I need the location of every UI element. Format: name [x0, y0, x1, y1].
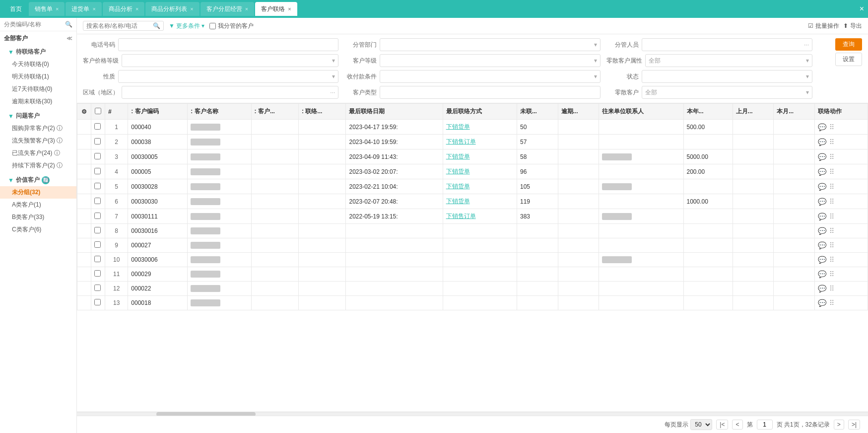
tab-home[interactable]: 首页 — [4, 2, 28, 16]
tab-purchase-close[interactable]: × — [92, 6, 95, 12]
th-code[interactable]: : 客户编码 — [128, 104, 188, 120]
phone-input[interactable] — [118, 38, 338, 51]
close-all-button[interactable]: × — [860, 4, 864, 13]
more-icon[interactable]: ⠿ — [829, 241, 834, 249]
contact-icon[interactable]: 💬 — [818, 168, 826, 176]
sidebar-item-declining[interactable]: 持续下滑客户(2) ⓘ — [0, 159, 76, 172]
th-gear[interactable]: ⚙ — [77, 104, 91, 120]
sidebar-item-churn-warn[interactable]: 流失预警客户(3) ⓘ — [0, 135, 76, 147]
gear-icon[interactable]: ⚙ — [81, 108, 87, 115]
tab-purchase[interactable]: 进货单 × — [66, 2, 101, 16]
tab-customer-segment[interactable]: 客户分层经营 × — [200, 2, 254, 16]
row-checkbox[interactable] — [94, 227, 101, 233]
more-icon[interactable]: ⠿ — [829, 213, 834, 220]
sidebar-item-tomorrow[interactable]: 明天待联络(1) — [0, 71, 76, 83]
row-last-method[interactable]: 下销货单 — [443, 179, 517, 194]
sidebar-item-a[interactable]: A类客户(1) — [0, 199, 76, 211]
th-last-date[interactable]: 最后联络日期 — [346, 104, 443, 120]
reset-button[interactable]: 设置 — [835, 53, 862, 66]
contact-icon[interactable]: 💬 — [818, 227, 826, 235]
contact-icon[interactable]: 💬 — [818, 299, 826, 307]
tab-analysis-list-close[interactable]: × — [190, 6, 193, 12]
row-checkbox[interactable] — [94, 138, 101, 144]
row-checkbox[interactable] — [94, 285, 101, 291]
tab-sales-close[interactable]: × — [56, 6, 59, 12]
sidebar-item-churned[interactable]: 已流失客户(24) ⓘ — [0, 147, 76, 159]
th-year[interactable]: 本年... — [683, 104, 733, 120]
more-icon[interactable]: ⠿ — [829, 183, 834, 191]
sidebar-item-7days[interactable]: 近7天待联络(0) — [0, 83, 76, 95]
tab-analysis[interactable]: 商品分析 × — [103, 2, 144, 16]
contact-icon[interactable]: 💬 — [818, 270, 826, 278]
payment-select[interactable]: ▾ — [380, 70, 600, 83]
row-last-method[interactable]: 下销货单 — [443, 149, 517, 164]
more-icon[interactable]: ⠿ — [829, 270, 834, 278]
filter-search-icon[interactable]: 🔍 — [153, 22, 160, 29]
contact-icon[interactable]: 💬 — [818, 123, 826, 131]
row-last-method[interactable]: 下销售订单 — [443, 209, 517, 224]
sidebar-item-ungroup[interactable]: 未分组(32) — [0, 186, 76, 199]
row-checkbox[interactable] — [94, 299, 101, 305]
th-check[interactable] — [91, 104, 105, 120]
method-link[interactable]: 下销货单 — [446, 153, 470, 160]
tab-customer-segment-close[interactable]: × — [245, 6, 248, 12]
th-partner[interactable]: 往来单位联系人 — [599, 104, 683, 120]
row-last-method[interactable]: 下销货单 — [443, 164, 517, 179]
filter-search-input[interactable] — [86, 22, 151, 29]
tab-sales[interactable]: 销售单 × — [29, 2, 65, 16]
more-icon[interactable]: ⠿ — [829, 138, 834, 146]
more-icon[interactable]: ⠿ — [829, 168, 834, 176]
select-all-checkbox[interactable] — [95, 108, 101, 114]
th-contact[interactable]: : 联络... — [299, 104, 346, 120]
last-page-btn[interactable]: >| — [848, 420, 860, 430]
price-level-select[interactable]: ▾ — [122, 54, 338, 67]
region-input[interactable]: ··· — [122, 86, 338, 99]
th-not-contact[interactable]: 未联... — [517, 104, 558, 120]
prev-page-btn[interactable]: < — [732, 420, 742, 430]
contact-icon[interactable]: 💬 — [818, 138, 826, 146]
th-last-month[interactable]: 上月... — [733, 104, 774, 120]
method-link[interactable]: 下销货单 — [446, 198, 470, 205]
th-last-method[interactable]: 最后联络方式 — [443, 104, 517, 120]
row-checkbox[interactable] — [94, 270, 101, 277]
contact-icon[interactable]: 💬 — [818, 285, 826, 292]
th-customer[interactable]: : 客户... — [251, 104, 298, 120]
th-name[interactable]: : 客户名称 — [188, 104, 251, 120]
scrollbar[interactable] — [77, 412, 868, 416]
row-checkbox[interactable] — [94, 168, 101, 174]
row-last-method[interactable]: 下销货单 — [443, 120, 517, 135]
batch-op-button[interactable]: ☑ 批量操作 — [808, 22, 839, 30]
tab-customer-contact-close[interactable]: × — [288, 6, 291, 12]
tab-analysis-list[interactable]: 商品分析列表 × — [145, 2, 199, 16]
nature-select[interactable]: ▾ — [118, 70, 338, 83]
more-icon[interactable]: ⠿ — [829, 285, 834, 292]
row-checkbox[interactable] — [94, 153, 101, 159]
more-icon[interactable]: ⠿ — [829, 299, 834, 307]
row-checkbox[interactable] — [94, 241, 101, 248]
contact-icon[interactable]: 💬 — [818, 213, 826, 220]
row-checkbox[interactable] — [94, 213, 101, 219]
sidebar-item-abnormal[interactable]: 囤购异常客户(2) ⓘ — [0, 122, 76, 135]
method-link[interactable]: 下销货单 — [446, 123, 470, 130]
row-checkbox[interactable] — [94, 123, 101, 130]
contact-icon[interactable]: 💬 — [818, 256, 826, 264]
method-link[interactable]: 下销售订单 — [446, 138, 476, 145]
first-page-btn[interactable]: |< — [716, 420, 728, 430]
more-icon[interactable]: ⠿ — [829, 153, 834, 161]
row-last-method[interactable]: 下销售订单 — [443, 135, 517, 149]
contact-icon[interactable]: 💬 — [818, 153, 826, 161]
person-input[interactable]: ··· — [642, 38, 812, 51]
next-page-btn[interactable]: > — [834, 420, 844, 430]
sidebar-item-b[interactable]: B类客户(33) — [0, 211, 76, 223]
row-checkbox[interactable] — [94, 198, 101, 204]
contact-icon[interactable]: 💬 — [818, 183, 826, 191]
method-link[interactable]: 下销货单 — [446, 183, 470, 190]
sidebar-search-input[interactable] — [4, 21, 63, 28]
sidebar-search-icon[interactable]: 🔍 — [65, 21, 72, 28]
more-icon[interactable]: ⠿ — [829, 123, 834, 131]
customer-type-input[interactable] — [380, 86, 600, 99]
my-customers-checkbox[interactable] — [209, 23, 216, 29]
method-link[interactable]: 下销货单 — [446, 168, 470, 175]
more-icon[interactable]: ⠿ — [829, 256, 834, 264]
page-input[interactable] — [757, 420, 773, 430]
